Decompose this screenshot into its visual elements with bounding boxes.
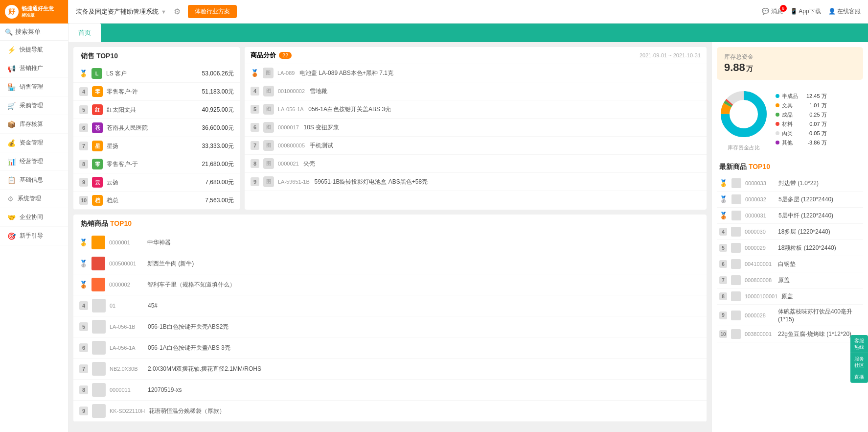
newest-item-1: 🥇 0000033 封边带 (1.0*22) (717, 175, 863, 192)
system-selector[interactable]: 装备及固定资产辅助管理系统 ▼ (76, 7, 166, 16)
newest-title: 最新商品 TOP10 (717, 159, 863, 175)
message-icon: 💬 (762, 8, 769, 15)
hot-thumb-7 (92, 362, 106, 376)
operation-icon: 📊 (7, 158, 16, 166)
customer-name-4: 苍南县人民医院 (107, 124, 198, 132)
product-right-item-7: 9 图 LA-59651-1B 59651-1B旋转投影灯电池盒 ABS黑色+5… (245, 173, 707, 191)
hot-code-9: KK-SD22110H (110, 408, 145, 414)
donut-chart: 库存资金占比 (717, 87, 771, 151)
hot-name-5: 056-1B白色按键开关壳ABS2壳 (148, 323, 701, 331)
customer-avatar-6: 零 (92, 159, 103, 169)
hot-bronze-medal: 🥉 (79, 281, 88, 288)
sidebar-item-purchase[interactable]: 🛒 采购管理 (0, 96, 68, 115)
hot-rank-5: 5 (79, 322, 88, 331)
hot-code-1: 0000001 (109, 240, 143, 245)
product-name-1: 电池盖 LA-089 ABS本色+黑种 7.1克 (299, 70, 393, 76)
product-code-4: 0000017 (278, 124, 299, 130)
newest-item-10: 10 003800001 22g鱼豆腐-烧烤味 (1*12*20) (717, 326, 863, 342)
product-right-item-2: 4 图 001000002 雪地靴 (245, 82, 707, 100)
app-badge: 标准版 (22, 12, 54, 19)
trial-button[interactable]: 体验行业方案 (188, 5, 237, 18)
app-download-btn[interactable]: 📱 App下载 (790, 7, 821, 16)
inventory-label: 库存总资金 (724, 53, 856, 61)
main-area: 装备及固定资产辅助管理系统 ▼ ⚙ 体验行业方案 💬 消息 6 📱 App下载 … (69, 0, 868, 432)
sidebar-item-quicknav[interactable]: ⚡ 快捷导航 (0, 41, 68, 59)
hot-thumb-1 (91, 236, 105, 249)
online-service-btn[interactable]: 👤 在线客服 (828, 7, 861, 16)
hot-name-7: 2.0X30MM双摆花轴.摆花直径2.1MM/ROHS (148, 365, 701, 373)
product-thumb-4: 图 (263, 122, 274, 133)
sidebar-label-finance: 资金管理 (20, 139, 43, 147)
product-rank-3: 5 (251, 105, 259, 114)
float-live-btn[interactable]: 直播 (850, 371, 868, 383)
customer-amount-1: 53,006.26元 (202, 70, 234, 78)
newest-code-9: 0000028 (745, 312, 774, 318)
customer-name-6: 零售客户-于 (107, 160, 198, 168)
sidebar-item-operation[interactable]: 📊 经营管理 (0, 152, 68, 171)
hot-code-6: LA-056-1A (110, 345, 144, 351)
rank-num-8: 10 (79, 196, 88, 205)
newest-rank-7: 7 (719, 276, 727, 284)
newest-code-10: 003800001 (745, 331, 774, 337)
inventory-icon: 📦 (7, 120, 16, 128)
product-rank-2: 4 (251, 87, 259, 96)
newest-name-7: 原盖 (778, 276, 861, 285)
newest-code-2: 0000032 (745, 196, 775, 202)
sidebar-item-marketing[interactable]: 📢 营销推广 (0, 59, 68, 78)
newest-thumb-3 (731, 211, 741, 220)
float-community-btn[interactable]: 服务社区 (850, 353, 868, 371)
customer-name-1: LS 客户 (106, 70, 198, 78)
legend-dot-semifinished (776, 94, 779, 98)
customer-avatar-5: 星 (92, 141, 103, 151)
sidebar-label-system: 系统管理 (18, 194, 41, 203)
sidebar-item-base[interactable]: 📋 基础信息 (0, 171, 68, 190)
purchase-icon: 🛒 (7, 102, 16, 110)
newest-thumb-5 (731, 243, 741, 253)
newest-code-5: 0000029 (745, 245, 774, 251)
sidebar-label-inventory: 库存核算 (20, 120, 43, 128)
newest-name-9: 体碗荔枝味苏打饮品400毫升 (1*15) (778, 308, 861, 323)
hot-name-6: 056-1A白色按键开关盖ABS 3壳 (148, 344, 701, 352)
hot-code-4: 01 (110, 303, 144, 309)
sidebar-item-inventory[interactable]: 📦 库存核算 (0, 115, 68, 134)
product-name-4: 10S 变扭罗浆 (303, 124, 339, 131)
newest-name-4: 18多层 (1220*2440) (778, 228, 861, 236)
float-service-btn[interactable]: 客服热线 (850, 335, 868, 353)
rank-num-2: 4 (79, 87, 88, 96)
newest-item-6: 6 004100001 白钢垫 (717, 256, 863, 272)
hot-gold-medal: 🥇 (79, 239, 88, 246)
newest-gold-medal: 🥇 (719, 179, 728, 187)
newest-item-4: 4 0000030 18多层 (1220*2440) (717, 224, 863, 240)
sidebar-label-quicknav: 快捷导航 (20, 46, 43, 54)
messages-btn[interactable]: 💬 消息 6 (762, 7, 782, 16)
newest-thumb-7 (731, 275, 741, 285)
hot-code-3: 0000002 (109, 282, 143, 288)
settings-icon[interactable]: ⚙ (174, 7, 181, 16)
legend-dot-other (776, 141, 779, 144)
sidebar-item-enterprise[interactable]: 🤝 企业协同 (0, 208, 68, 227)
legend-label-other: 其他 (782, 139, 799, 146)
sidebar-item-finance[interactable]: 💰 资金管理 (0, 134, 68, 152)
sidebar-label-operation: 经营管理 (20, 157, 43, 166)
rank-item-2: 4 零 零售客户-许 51,183.00元 (73, 83, 240, 101)
sidebar-item-sales[interactable]: 🏪 销售管理 (0, 78, 68, 96)
sidebar-item-system[interactable]: ⚙ 系统管理 (0, 190, 68, 208)
search-menu[interactable]: 🔍 搜索菜单 (0, 24, 68, 41)
legend-label-stationery: 文具 (782, 102, 799, 109)
products-date-range: 2021-09-01 ~ 2021-10-31 (640, 52, 701, 58)
hot-item-6: 6 LA-056-1A 056-1A白色按键开关盖ABS 3壳 (73, 337, 707, 359)
product-right-item-3: 5 图 LA-056-1A 056-1A白色按键开关盖ABS 3壳 (245, 100, 707, 119)
sidebar-item-guide[interactable]: 🎯 新手引导 (0, 227, 68, 245)
customer-avatar-8: 档 (92, 195, 103, 206)
nav-tabs: 首页 (69, 24, 868, 42)
inventory-card: 库存总资金 9.88万 (717, 47, 863, 80)
right-panel: 库存总资金 9.88万 (711, 42, 868, 432)
product-name-2: 雪地靴 (310, 88, 327, 95)
customer-avatar-4: 苍 (92, 122, 103, 133)
newest-code-8: 10000100001 (745, 293, 777, 299)
sidebar-label-sales: 销售管理 (20, 83, 43, 91)
newest-item-3: 🥉 0000031 5层中纤 (1220*2440) (717, 208, 863, 224)
hot-item-9: 9 KK-SD22110H 花语萌恒温分娩稀袋（厚款） (73, 401, 707, 422)
tab-home[interactable]: 首页 (69, 24, 101, 42)
product-code-1: LA-089 (277, 70, 295, 76)
